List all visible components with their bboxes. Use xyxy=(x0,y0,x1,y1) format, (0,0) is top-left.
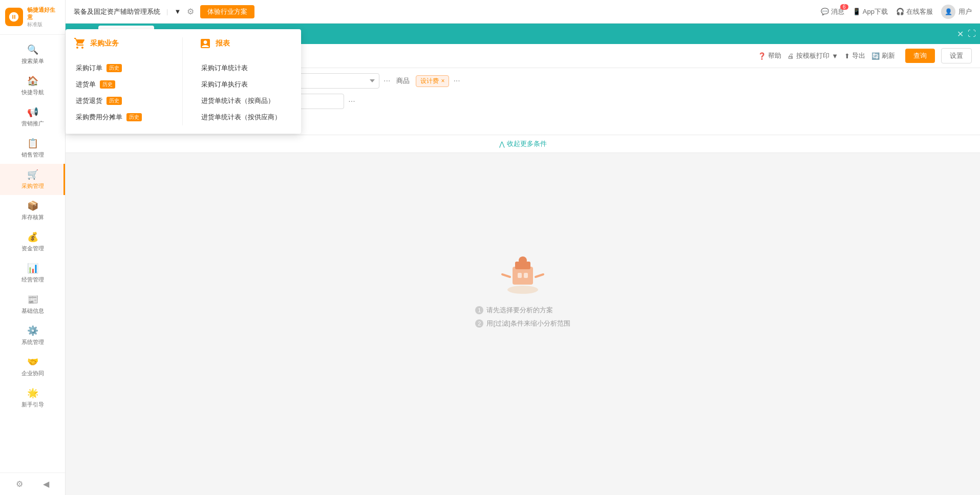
sales-icon: 📋 xyxy=(27,138,38,149)
refresh-icon: 🔄 xyxy=(871,52,880,60)
app-logo-icon xyxy=(5,8,23,26)
topbar-actions: 💬 消息 6 📱 App下载 🎧 在线客服 👤 用户 xyxy=(821,5,972,19)
print-button[interactable]: 🖨 按模板打印 ▼ xyxy=(787,51,838,60)
tab-bar-actions: ✕ ⛶ xyxy=(957,29,976,39)
settings-button[interactable]: 设置 xyxy=(941,48,972,63)
tab-maximize-button[interactable]: ⛶ xyxy=(968,29,976,38)
report-section-title: 报表 xyxy=(199,37,291,54)
message-badge: 6 xyxy=(840,4,848,10)
goods-selector: 设计费 × ··· xyxy=(416,75,972,87)
sidebar-item-sales[interactable]: 📋 销售管理 xyxy=(0,133,65,164)
empty-illustration xyxy=(497,246,548,297)
online-service-action[interactable]: 🎧 在线客服 xyxy=(896,7,933,16)
sidebar-item-system[interactable]: ⚙️ 系统管理 xyxy=(0,320,65,351)
sidebar-item-label: 新手引导 xyxy=(22,401,44,408)
sidebar-item-label: 系统管理 xyxy=(22,338,44,346)
voucher-status-more[interactable]: ··· xyxy=(384,76,390,85)
report-supplier-stat[interactable]: 进货单统计表（按供应商） xyxy=(199,109,291,125)
user-label: 用户 xyxy=(958,7,972,16)
sidebar-item-label: 企业协同 xyxy=(22,370,44,377)
sidebar-item-label: 营销推广 xyxy=(22,120,44,127)
phone-icon: 📱 xyxy=(853,8,861,15)
purchase-goods-badge: 历史 xyxy=(100,80,115,89)
svg-rect-5 xyxy=(524,273,528,278)
purchase-order-badge: 历史 xyxy=(106,64,122,72)
sidebar-item-label: 基础信息 xyxy=(22,307,44,315)
sidebar-item-search[interactable]: 🔍 搜索菜单 xyxy=(0,39,65,70)
purchase-goods-item[interactable]: 进货单 历史 xyxy=(74,76,166,93)
sidebar-item-label: 快捷导航 xyxy=(22,89,44,96)
purchase-dropdown-menu: 采购业务 采购订单 历史 进货单 历史 进货退货 历史 采购费用分摊单 历史 报… xyxy=(66,29,301,134)
sidebar-item-inventory[interactable]: 📦 库存核算 xyxy=(0,195,65,226)
search-menu-icon: 🔍 xyxy=(27,44,38,55)
topbar: 装备及固定资产辅助管理系统 | ▼ ⚙ 体验行业方案 💬 消息 6 📱 App下… xyxy=(66,0,980,24)
online-service-label: 在线客服 xyxy=(906,7,933,16)
topbar-settings-button[interactable]: ⚙ xyxy=(187,7,194,16)
report-purchase-order-stat[interactable]: 采购订单统计表 xyxy=(199,60,291,76)
sidebar-settings-button[interactable]: ⚙ xyxy=(16,479,23,489)
collapse-button[interactable]: ⋀ 收起更多条件 xyxy=(66,135,980,153)
system-icon: ⚙️ xyxy=(27,325,38,336)
refresh-button[interactable]: 🔄 刷新 xyxy=(871,51,895,60)
query-button[interactable]: 查询 xyxy=(905,49,935,63)
tab-close-all-button[interactable]: ✕ xyxy=(957,29,964,39)
user-profile[interactable]: 👤 用户 xyxy=(941,5,972,19)
purchase-icon: 🛒 xyxy=(27,169,38,180)
enterprise-icon: 🤝 xyxy=(27,356,38,368)
purchase-section: 采购业务 采购订单 历史 进货单 历史 进货退货 历史 采购费用分摊单 历史 xyxy=(74,37,166,125)
sidebar-item-label: 经营管理 xyxy=(22,276,44,284)
svg-line-7 xyxy=(536,274,543,277)
goods-tag-close[interactable]: × xyxy=(441,77,444,84)
app-download-action[interactable]: 📱 App下载 xyxy=(853,7,888,16)
report-purchase-order-exec[interactable]: 采购订单执行表 xyxy=(199,76,291,93)
help-icon: ❓ xyxy=(758,52,766,60)
sidebar-collapse-button[interactable]: ◀ xyxy=(43,479,49,489)
inventory-icon: 📦 xyxy=(27,200,38,211)
sidebar-item-label: 资金管理 xyxy=(22,245,44,252)
sidebar-item-label: 搜索菜单 xyxy=(22,57,44,65)
sidebar-item-operations[interactable]: 📊 经营管理 xyxy=(0,257,65,289)
message-action[interactable]: 💬 消息 6 xyxy=(821,7,844,16)
sidebar-item-enterprise[interactable]: 🤝 企业协同 xyxy=(0,351,65,382)
sidebar-item-label: 采购管理 xyxy=(22,182,44,190)
print-dropdown-icon: ▼ xyxy=(832,52,838,60)
sidebar: 畅捷通好生意 标准版 🔍 搜索菜单 🏠 快捷导航 📢 营销推广 📋 xyxy=(0,0,66,495)
report-goods-stat[interactable]: 进货单统计表（按商品） xyxy=(199,93,291,109)
salesperson-more[interactable]: ··· xyxy=(348,97,355,106)
avatar: 👤 xyxy=(941,5,955,19)
purchase-section-title: 采购业务 xyxy=(74,37,166,54)
basic-info-icon: 📰 xyxy=(27,294,38,305)
sidebar-item-purchase[interactable]: 🛒 采购管理 xyxy=(0,164,65,195)
purchase-return-item[interactable]: 进货退货 历史 xyxy=(74,93,166,109)
industry-btn[interactable]: 体验行业方案 xyxy=(200,5,254,18)
home-icon: 🏠 xyxy=(27,75,38,87)
sidebar-item-marketing[interactable]: 📢 营销推广 xyxy=(0,101,65,133)
message-icon: 💬 xyxy=(821,8,829,15)
app-name: 畅捷通好生意 xyxy=(27,6,60,21)
sidebar-item-quick-nav[interactable]: 🏠 快捷导航 xyxy=(0,70,65,101)
help-button[interactable]: ❓ 帮助 xyxy=(758,51,781,60)
export-button[interactable]: ⬆ 导出 xyxy=(844,51,865,60)
export-icon: ⬆ xyxy=(844,52,850,60)
svg-point-3 xyxy=(519,256,527,265)
goods-tag: 设计费 × xyxy=(416,75,449,87)
empty-tips: 1 请先选择要分析的方案 2 用[过滤]条件来缩小分析范围 xyxy=(475,304,570,330)
guide-icon: 🌟 xyxy=(27,388,38,399)
system-dropdown[interactable]: ▼ xyxy=(174,8,181,15)
sidebar-footer: ⚙ ◀ xyxy=(0,472,65,495)
system-title: 装备及固定资产辅助管理系统 xyxy=(74,7,160,16)
goods-more[interactable]: ··· xyxy=(453,76,460,85)
purchase-expense-badge: 历史 xyxy=(126,113,142,121)
sidebar-item-finance[interactable]: 💰 资金管理 xyxy=(0,226,65,257)
sidebar-item-guide[interactable]: 🌟 新手引导 xyxy=(0,382,65,414)
purchase-return-badge: 历史 xyxy=(106,97,122,105)
sidebar-item-label: 库存核算 xyxy=(22,213,44,221)
sidebar-item-basic-info[interactable]: 📰 基础信息 xyxy=(0,289,65,320)
headset-icon: 🎧 xyxy=(896,8,904,15)
svg-line-6 xyxy=(502,274,510,277)
purchase-expense-item[interactable]: 采购费用分摊单 历史 xyxy=(74,109,166,125)
purchase-order-item[interactable]: 采购订单 历史 xyxy=(74,60,166,76)
sidebar-item-label: 销售管理 xyxy=(22,151,44,159)
finance-icon: 💰 xyxy=(27,231,38,243)
print-icon: 🖨 xyxy=(787,52,794,60)
